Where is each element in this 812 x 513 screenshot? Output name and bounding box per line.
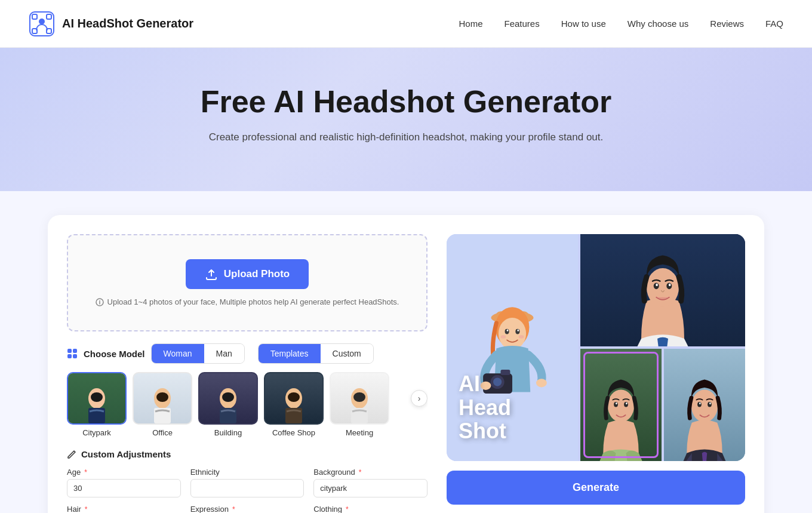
svg-point-5 bbox=[39, 19, 45, 24]
nav-home[interactable]: Home bbox=[459, 19, 482, 29]
ethnicity-input[interactable] bbox=[190, 479, 304, 497]
fields-grid: Age * Ethnicity bbox=[67, 468, 427, 513]
background-field-group: Background * bbox=[313, 468, 427, 497]
templates-toggle[interactable]: Templates bbox=[259, 344, 321, 363]
svg-point-29 bbox=[499, 318, 526, 349]
main-section: Upload Photo Upload 1~4 photos of your f… bbox=[0, 191, 812, 513]
hair-label: Hair bbox=[67, 505, 81, 513]
choose-model-label: Choose Model bbox=[84, 349, 145, 359]
nav-faq[interactable]: FAQ bbox=[765, 19, 783, 29]
svg-point-42 bbox=[647, 268, 679, 307]
template-meeting-label: Meeting bbox=[346, 428, 373, 437]
background-label: Background bbox=[313, 468, 355, 477]
hair-field-group: Hair * bbox=[67, 505, 181, 513]
template-office-label: Office bbox=[152, 428, 173, 437]
clothing-field-group: Clothing * bbox=[313, 505, 427, 513]
preview-mosaic: AI Head Shot bbox=[447, 234, 745, 461]
upload-icon bbox=[205, 268, 218, 281]
custom-adjustments-section: Custom Adjustments Age * Ethnic bbox=[67, 449, 427, 513]
template-scroll: Citypark Office bbox=[67, 372, 427, 437]
site-title: AI HeadShot Generator bbox=[62, 17, 193, 30]
template-office[interactable]: Office bbox=[133, 372, 192, 437]
right-panel: AI Head Shot bbox=[447, 234, 745, 513]
svg-point-25 bbox=[353, 392, 365, 402]
svg-rect-8 bbox=[73, 349, 77, 353]
hero-section: Free AI Headshot Generator Create profes… bbox=[0, 48, 812, 191]
svg-point-49 bbox=[624, 402, 628, 407]
nav-reviews[interactable]: Reviews bbox=[710, 19, 744, 29]
svg-point-35 bbox=[519, 335, 524, 338]
generate-button[interactable]: Generate bbox=[447, 471, 745, 505]
template-coffee-shop-label: Coffee Shop bbox=[272, 428, 315, 437]
info-icon bbox=[96, 298, 104, 306]
svg-point-19 bbox=[222, 392, 234, 402]
model-photo-3 bbox=[664, 364, 745, 461]
custom-adj-label: Custom Adjustments bbox=[67, 449, 427, 459]
background-input[interactable] bbox=[313, 479, 427, 497]
mosaic-photo-bottom-right bbox=[664, 349, 745, 461]
svg-point-53 bbox=[697, 402, 702, 407]
upload-hint: Upload 1~4 photos of your face, Multiple… bbox=[80, 297, 414, 306]
age-input[interactable] bbox=[67, 479, 181, 497]
hero-subtitle: Create professional and realistic high-d… bbox=[203, 131, 609, 143]
upload-area[interactable]: Upload Photo Upload 1~4 photos of your f… bbox=[67, 234, 427, 331]
svg-rect-2 bbox=[47, 14, 51, 19]
model-icon bbox=[67, 348, 78, 359]
custom-toggle[interactable]: Custom bbox=[321, 344, 373, 363]
navbar: AI HeadShot Generator Home Features How … bbox=[0, 0, 812, 48]
svg-point-55 bbox=[699, 403, 701, 404]
main-card: Upload Photo Upload 1~4 photos of your f… bbox=[48, 215, 764, 513]
template-building-label: Building bbox=[214, 428, 242, 437]
nav-links: Home Features How to use Why choose us R… bbox=[459, 19, 783, 29]
svg-rect-1 bbox=[32, 14, 37, 19]
nav-how-to-use[interactable]: How to use bbox=[561, 19, 606, 29]
svg-rect-9 bbox=[67, 354, 72, 358]
hero-title: Free AI Headshot Generator bbox=[29, 84, 783, 119]
age-label: Age bbox=[67, 468, 81, 477]
woman-toggle[interactable]: Woman bbox=[152, 344, 204, 363]
ethnicity-label: Ethnicity bbox=[190, 468, 220, 477]
man-toggle[interactable]: Man bbox=[204, 344, 244, 363]
upload-button[interactable]: Upload Photo bbox=[186, 259, 309, 289]
svg-point-48 bbox=[614, 402, 618, 407]
svg-point-33 bbox=[517, 330, 519, 332]
model-photo-2 bbox=[580, 364, 662, 461]
template-citypark-label: Citypark bbox=[82, 428, 111, 437]
svg-point-41 bbox=[536, 379, 547, 387]
left-panel: Upload Photo Upload 1~4 photos of your f… bbox=[67, 234, 427, 513]
clothing-label: Clothing bbox=[313, 505, 342, 513]
svg-point-46 bbox=[669, 284, 671, 287]
clothing-required: * bbox=[346, 505, 349, 514]
svg-rect-7 bbox=[67, 349, 72, 353]
template-building[interactable]: Building bbox=[198, 372, 258, 437]
model-photo-1 bbox=[609, 239, 716, 346]
choose-model-row: Choose Model Woman Man Templates Custom bbox=[67, 343, 427, 364]
expression-field-group: Expression * bbox=[190, 505, 304, 513]
svg-point-32 bbox=[507, 330, 509, 332]
gender-toggle: Woman Man bbox=[151, 343, 245, 364]
ethnicity-field-group: Ethnicity bbox=[190, 468, 304, 497]
background-required: * bbox=[359, 468, 362, 477]
svg-point-51 bbox=[626, 403, 628, 404]
age-required: * bbox=[84, 468, 87, 477]
nav-features[interactable]: Features bbox=[505, 19, 540, 29]
svg-point-13 bbox=[91, 392, 103, 402]
hair-required: * bbox=[85, 505, 88, 514]
template-citypark[interactable]: Citypark bbox=[67, 372, 127, 437]
expression-required: * bbox=[232, 505, 235, 514]
nav-why-choose-us[interactable]: Why choose us bbox=[628, 19, 689, 29]
mosaic-photo-bottom-mid bbox=[580, 349, 662, 461]
template-coffee-shop[interactable]: Coffee Shop bbox=[264, 372, 324, 437]
template-custom-toggle: Templates Custom bbox=[258, 343, 374, 364]
logo-container: AI HeadShot Generator bbox=[29, 11, 193, 37]
template-meeting[interactable]: Meeting bbox=[330, 372, 389, 437]
svg-point-45 bbox=[656, 284, 658, 287]
svg-rect-10 bbox=[73, 354, 77, 358]
edit-icon bbox=[67, 450, 76, 459]
expression-label: Expression bbox=[190, 505, 229, 513]
svg-point-56 bbox=[709, 403, 711, 404]
scroll-right-arrow[interactable]: › bbox=[411, 390, 427, 407]
svg-point-30 bbox=[505, 329, 509, 334]
ai-headshot-text: AI Head Shot bbox=[459, 372, 511, 443]
logo-icon bbox=[29, 11, 55, 37]
